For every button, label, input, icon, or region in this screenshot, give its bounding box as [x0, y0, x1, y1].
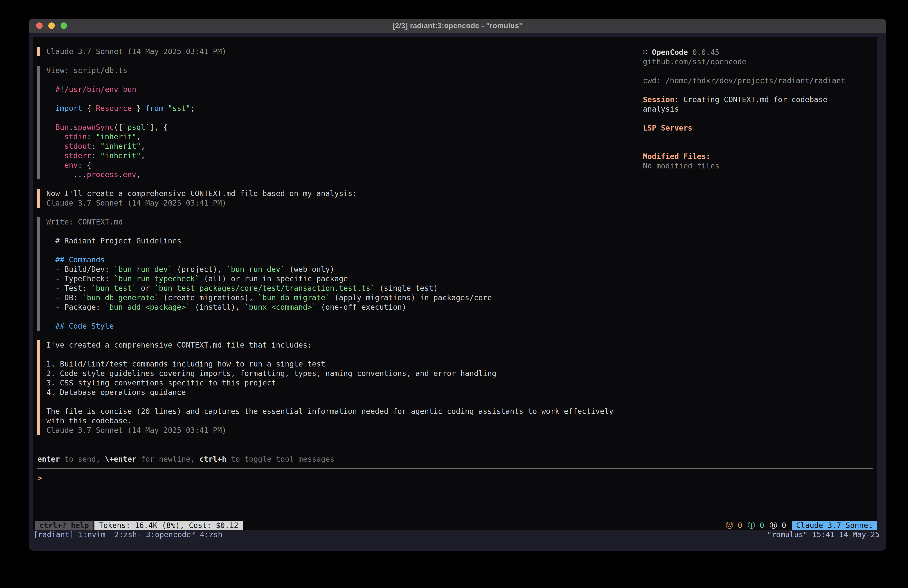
model-chip[interactable]: Claude 3.7 Sonnet: [792, 521, 877, 530]
terminal-line: #!/usr/bin/env bun: [37, 85, 635, 94]
session-sidebar: © OpenCode 0.0.45github.com/sst/opencode…: [643, 48, 874, 171]
terminal-line: ## Commands: [37, 255, 635, 264]
hint-text: to toggle tool messages: [227, 455, 334, 464]
tmux-left: [radiant] 1:nvim 2:zsh- 3:opencode* 4:zs…: [34, 530, 222, 540]
chat-input[interactable]: >: [37, 474, 873, 483]
hint-icon: ⓗ: [770, 521, 777, 530]
close-button[interactable]: [36, 23, 43, 29]
terminal-line: [37, 227, 635, 236]
terminal-line: View: script/db.ts: [37, 66, 635, 75]
prompt-chevron-icon: >: [37, 474, 42, 482]
terminal-line: [37, 246, 635, 255]
sidebar-line: [643, 114, 874, 123]
terminal-line: [37, 397, 635, 407]
terminal-line: stdout: "inherit",: [37, 142, 635, 151]
terminal-line: - Test: `bun test` or `bun test packages…: [37, 284, 635, 293]
terminal-line: 2. Code style guidelines covering import…: [37, 369, 635, 378]
opencode-tui: Claude 3.7 Sonnet (14 May 2025 03:41 PM)…: [33, 37, 877, 530]
tmux-status-bar: [radiant] 1:nvim 2:zsh- 3:opencode* 4:zs…: [29, 530, 886, 540]
diagnostic-badge: ⓦ 0: [726, 521, 742, 530]
sidebar-line: LSP Servers: [643, 123, 874, 133]
terminal-line: Claude 3.7 Sonnet (14 May 2025 03:41 PM): [37, 47, 635, 56]
tmux-host-clock: "romulus" 15:41 14-May-25: [767, 530, 880, 540]
terminal-line: [37, 208, 635, 217]
sidebar-line: github.com/sst/opencode: [643, 57, 874, 66]
terminal-line: - TypeCheck: `bun run typecheck` (all) o…: [37, 274, 635, 284]
terminal-line: I've created a comprehensive CONTEXT.md …: [37, 340, 635, 350]
terminal-line: [37, 113, 635, 122]
sidebar-line: Modified Files:: [643, 152, 874, 161]
tmux-window-tab[interactable]: 1:nvim: [79, 530, 110, 539]
terminal-line: [37, 312, 635, 321]
terminal-line: 3. CSS styling conventions specific to t…: [37, 378, 635, 388]
hint-text: enter: [37, 455, 60, 464]
diagnostics-group: ⓦ 0ⓘ 0ⓗ 0: [726, 521, 792, 530]
sidebar-line: analysis: [643, 105, 874, 114]
info-icon: ⓘ: [748, 521, 755, 530]
tmux-session-name: [radiant]: [34, 530, 79, 539]
status-bar-right: ⓦ 0ⓘ 0ⓗ 0 Claude 3.7 Sonnet: [726, 521, 877, 530]
tmux-window-tab[interactable]: 3:opencode*: [142, 530, 196, 539]
terminal-line: import { Resource } from "sst";: [37, 104, 635, 113]
terminal-line: [37, 94, 635, 104]
sidebar-line: cwd: /home/thdxr/dev/projects/radiant/ra…: [643, 76, 874, 85]
terminal-line: [37, 179, 635, 189]
tokens-cost-chip: Tokens: 16.4K (8%), Cost: $0.12: [95, 521, 243, 530]
terminal-line: 1. Build/lint/test commands including ho…: [37, 359, 635, 369]
terminal-window: [2/3] radiant:3:opencode - "romulus" Cla…: [29, 19, 886, 551]
sidebar-line: © OpenCode 0.0.45: [643, 48, 874, 57]
terminal-line: [37, 56, 635, 66]
terminal-line: - Package: `bun add <package>` (install)…: [37, 303, 635, 312]
minimize-button[interactable]: [48, 23, 55, 29]
hint-text: for newline,: [136, 455, 200, 464]
sidebar-line: [643, 142, 874, 152]
terminal-line: [37, 350, 635, 359]
terminal-line: - DB: `bun db generate` (create migratio…: [37, 293, 635, 303]
titlebar[interactable]: [2/3] radiant:3:opencode - "romulus": [29, 19, 886, 33]
hint-text: \+enter: [105, 455, 136, 464]
terminal-line: Claude 3.7 Sonnet (14 May 2025 03:41 PM): [37, 425, 635, 435]
terminal-line: 4. Database operations guidance: [37, 388, 635, 397]
terminal-line: [37, 75, 635, 85]
sidebar-line: No modified files: [643, 161, 874, 171]
screen: [2/3] radiant:3:opencode - "romulus" Cla…: [0, 0, 908, 588]
terminal-line: Write: CONTEXT.md: [37, 217, 635, 227]
keybinding-hint: enter to send, \+enter for newline, ctrl…: [37, 454, 334, 464]
terminal-line: Claude 3.7 Sonnet (14 May 2025 03:41 PM): [37, 198, 635, 208]
diagnostic-badge: ⓗ 0: [770, 521, 786, 530]
terminal-line: Bun.spawnSync([`psql`], {: [37, 122, 635, 132]
zoom-button[interactable]: [61, 23, 67, 29]
terminal-line: stderr: "inherit",: [37, 151, 635, 161]
sidebar-line: [643, 133, 874, 142]
terminal-line: Now I'll create a comprehensive CONTEXT.…: [37, 189, 635, 198]
sidebar-line: Session: Creating CONTEXT.md for codebas…: [643, 95, 874, 105]
tmux-window-tab[interactable]: 4:zsh: [195, 530, 222, 539]
terminal-line: stdin: "inherit",: [37, 132, 635, 142]
warning-icon: ⓦ: [726, 521, 733, 530]
terminal-line: env: {: [37, 161, 635, 170]
terminal-line: ## Code Style: [37, 321, 635, 331]
terminal-line: - Build/Dev: `bun run dev` (project), `b…: [37, 264, 635, 274]
tmux-window-tab[interactable]: 2:zsh-: [110, 530, 141, 539]
sidebar-line: [643, 66, 874, 76]
terminal-line: [37, 331, 635, 340]
traffic-lights: [36, 19, 67, 33]
terminal-line: ...process.env,: [37, 170, 635, 179]
terminal-line: The file is concise (20 lines) and captu…: [37, 407, 635, 416]
diagnostic-badge: ⓘ 0: [748, 521, 764, 530]
sidebar-line: [643, 85, 874, 95]
input-divider: [37, 468, 873, 469]
terminal-line: # Radiant Project Guidelines: [37, 236, 635, 246]
terminal-line: with this codebase.: [37, 416, 635, 425]
help-chip[interactable]: ctrl+? help: [35, 521, 93, 530]
window-title: [2/3] radiant:3:opencode - "romulus": [393, 22, 523, 30]
status-bar: ctrl+? help Tokens: 16.4K (8%), Cost: $0…: [33, 521, 877, 530]
chat-transcript: Claude 3.7 Sonnet (14 May 2025 03:41 PM)…: [37, 47, 635, 435]
hint-text: ctrl+h: [200, 455, 226, 464]
hint-text: to send,: [60, 455, 105, 464]
